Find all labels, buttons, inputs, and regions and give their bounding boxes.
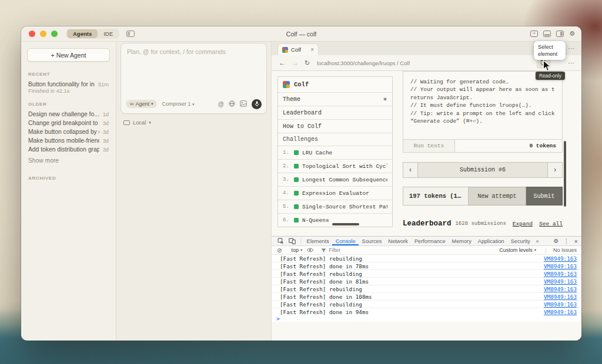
devtools-tab-memory[interactable]: Memory xyxy=(449,237,474,245)
see-all-link[interactable]: See all xyxy=(539,221,563,227)
challenge-name: Topological Sort with Cycle… xyxy=(302,163,387,170)
challenge-item[interactable]: 5. Single-Source Shortest Paths xyxy=(278,200,392,213)
tabstrip-more-icon[interactable]: ⋯ xyxy=(568,45,574,52)
devtools-tab-security[interactable]: Security xyxy=(507,237,533,245)
composer-input[interactable] xyxy=(127,48,260,55)
composer-card[interactable]: ∞ Agent ▾ Composer 1 ▾ @ xyxy=(121,43,267,114)
editor-comment-line: // Waiting for generated code… xyxy=(410,78,555,86)
show-more-link[interactable]: Show more xyxy=(21,153,116,165)
agent-mode-selector[interactable]: ∞ Agent ▾ xyxy=(126,100,157,108)
console-log-row[interactable]: [Fast Refresh] done in 94ms VM8949:163 xyxy=(272,308,581,315)
theme-toggle-icon[interactable]: ∗ xyxy=(383,95,387,104)
console-filter-input[interactable]: Filter xyxy=(329,247,340,253)
back-icon[interactable]: ← xyxy=(279,59,286,67)
reload-icon[interactable]: ↻ xyxy=(305,59,310,67)
agent-list-item[interactable]: Change grid breakpoint to l... 3d xyxy=(21,118,116,127)
console-log-row[interactable]: [Fast Refresh] rebuilding VM8949:163 xyxy=(272,301,581,308)
forward-icon[interactable]: → xyxy=(292,59,299,67)
submit-button[interactable]: Submit xyxy=(526,187,563,205)
nav-item-leaderboard[interactable]: Leaderboard xyxy=(278,106,392,119)
challenge-item[interactable]: 1. LRU Cache xyxy=(278,146,392,159)
clear-console-icon[interactable]: ⊘ xyxy=(275,247,283,254)
console-source-link[interactable]: VM8949:163 xyxy=(537,271,577,277)
colf-brand-row[interactable]: Colf xyxy=(278,77,392,92)
voice-mic-button[interactable] xyxy=(252,99,262,109)
vertical-scrollbar-thumb[interactable] xyxy=(564,141,566,207)
zoom-window-button[interactable] xyxy=(51,31,58,37)
minimize-window-button[interactable] xyxy=(40,31,46,37)
challenge-name: N-Queens xyxy=(302,217,329,224)
console-source-link[interactable]: VM8949:163 xyxy=(537,278,577,285)
new-agent-button[interactable]: + New Agent xyxy=(27,48,110,62)
challenge-item[interactable]: 3. Longest Common Subsequence xyxy=(278,173,392,186)
settings-gear-icon[interactable]: ⚙ xyxy=(569,30,575,38)
console-log-row[interactable]: [Fast Refresh] done in 78ms VM8949:163 xyxy=(272,262,581,270)
close-window-button[interactable] xyxy=(29,31,35,37)
expand-link[interactable]: Expand xyxy=(513,221,533,227)
model-selector[interactable]: Composer 1 ▾ xyxy=(162,101,194,107)
log-levels-selector[interactable]: Custom levels ▾ xyxy=(497,247,539,253)
tab-ide[interactable]: IDE xyxy=(98,29,119,38)
devtools-menu-icon[interactable]: ⋮ xyxy=(564,238,570,244)
desktop-background: Agents IDE Colf — colf + ⚙ + New Agent R… xyxy=(0,0,602,364)
agent-list-item[interactable]: Design new challenge fo... 1d xyxy=(21,109,116,118)
devtools-tab-application[interactable]: Application xyxy=(474,237,507,245)
nav-item-how-to-colf[interactable]: How to Colf xyxy=(278,119,392,133)
new-panel-icon[interactable]: + xyxy=(530,31,538,37)
devtools-tab-console[interactable]: Console xyxy=(332,237,359,245)
browser-tab-colf[interactable]: Colf × xyxy=(277,43,319,55)
console-prompt[interactable]: > xyxy=(272,315,581,322)
context-selector[interactable]: top ▾ xyxy=(289,247,305,253)
horizontal-scrollbar-thumb[interactable] xyxy=(332,223,359,225)
environment-selector[interactable]: Local ▾ xyxy=(123,120,151,126)
navbar-more-icon[interactable]: ⋯ xyxy=(568,59,574,67)
toggle-sidebar-icon[interactable] xyxy=(126,31,135,37)
console-source-link[interactable]: VM8949:163 xyxy=(537,255,577,262)
console-log-row[interactable]: [Fast Refresh] done in 108ms VM8949:163 xyxy=(272,293,581,301)
device-toolbar-icon[interactable] xyxy=(286,237,298,245)
agent-list-item[interactable]: Button functionality for in... 51m Finis… xyxy=(21,79,116,97)
challenge-name: Longest Common Subsequence xyxy=(302,177,387,183)
no-issues-label[interactable]: No Issues xyxy=(553,247,577,253)
url-bar[interactable]: localhost:3000/challenge/lruops / Colf xyxy=(317,60,410,66)
browser-tab-label: Colf xyxy=(291,46,301,53)
console-log-row[interactable]: [Fast Refresh] rebuilding VM8949:163 xyxy=(272,255,581,262)
challenge-item[interactable]: 2. Topological Sort with Cycle… xyxy=(278,159,392,173)
eye-icon[interactable] xyxy=(305,248,316,252)
agent-list-item[interactable]: Add token distribution grap... 3d xyxy=(21,144,116,153)
console-log-row[interactable]: [Fast Refresh] rebuilding VM8949:163 xyxy=(272,285,581,293)
new-attempt-button[interactable]: New attempt xyxy=(469,187,526,205)
console-source-link[interactable]: VM8949:163 xyxy=(537,263,577,269)
devtools-tab-elements[interactable]: Elements xyxy=(303,237,332,245)
devtools-tab-performance[interactable]: Performance xyxy=(411,237,449,245)
next-submission-button[interactable]: › xyxy=(547,163,562,177)
mention-icon[interactable]: @ xyxy=(218,101,224,107)
panel-bottom-icon[interactable] xyxy=(543,31,551,37)
console-source-link[interactable]: VM8949:163 xyxy=(537,294,577,300)
panel-right-icon[interactable] xyxy=(556,31,564,37)
agent-item-title: Add token distribution grap... xyxy=(28,146,99,153)
web-icon[interactable] xyxy=(229,99,235,109)
devtools-tab-sources[interactable]: Sources xyxy=(359,237,385,245)
nav-item-theme[interactable]: Theme ∗ xyxy=(278,92,392,106)
devtools-tab-network[interactable]: Network xyxy=(385,237,412,245)
console-source-link[interactable]: VM8949:163 xyxy=(537,301,577,308)
challenge-item[interactable]: 4. Expression Evaluator xyxy=(278,186,392,200)
more-tabs-icon[interactable]: » xyxy=(533,237,541,245)
attempt-bar: 197 tokens (1… New attempt Submit xyxy=(403,187,563,205)
image-icon[interactable] xyxy=(240,99,247,109)
agent-list-item[interactable]: Make buttons mobile-friend... 3d xyxy=(21,136,116,144)
close-tab-icon[interactable]: × xyxy=(310,46,314,53)
run-tests-button[interactable]: Run tests xyxy=(403,140,455,152)
console-source-link[interactable]: VM8949:163 xyxy=(537,309,577,315)
devtools-inspect-icon[interactable] xyxy=(275,237,286,245)
filter-funnel-icon xyxy=(321,245,326,255)
agent-list-item[interactable]: Make button collapsed by d... 3d xyxy=(21,127,116,136)
tab-agents[interactable]: Agents xyxy=(67,29,98,38)
devtools-settings-icon[interactable]: ⚙ xyxy=(554,238,559,244)
console-source-link[interactable]: VM8949:163 xyxy=(537,286,577,292)
console-log-row[interactable]: [Fast Refresh] done in 81ms VM8949:163 xyxy=(272,278,581,285)
console-log-row[interactable]: [Fast Refresh] rebuilding VM8949:163 xyxy=(272,270,581,278)
devtools-close-icon[interactable]: × xyxy=(574,238,578,245)
prev-submission-button[interactable]: ‹ xyxy=(403,163,418,177)
